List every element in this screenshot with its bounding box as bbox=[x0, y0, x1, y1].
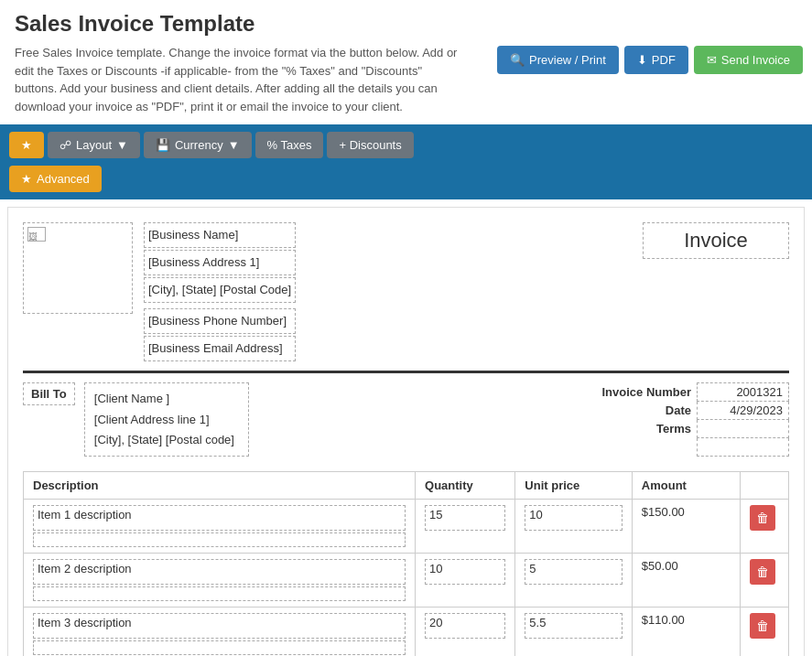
invoice-extra-row bbox=[598, 438, 788, 457]
chevron-down-icon: ▼ bbox=[116, 138, 128, 152]
invoice-area: 🖼 [Business Name] [Business Address 1] [… bbox=[0, 207, 812, 656]
header-description: Description bbox=[24, 472, 416, 500]
item-delete-cell-0: 🗑 bbox=[741, 500, 789, 554]
client-info[interactable]: [Client Name ] [Client Address line 1] [… bbox=[84, 382, 249, 457]
item-amount-0: $150.00 bbox=[632, 500, 740, 554]
invoice-top: 🖼 [Business Name] [Business Address 1] [… bbox=[23, 222, 789, 361]
table-row: Item 2 description 10 5 $50.00 🗑 bbox=[24, 554, 789, 608]
item-quantity-0[interactable]: 15 bbox=[416, 500, 515, 554]
preview-print-button[interactable]: 🔍 Preview / Print bbox=[497, 46, 619, 74]
invoice-divider bbox=[23, 371, 789, 373]
send-invoice-button[interactable]: ✉ Send Invoice bbox=[694, 46, 803, 74]
header-quantity: Quantity bbox=[416, 472, 515, 500]
currency-icon: 💾 bbox=[156, 138, 170, 152]
terms-value[interactable] bbox=[698, 420, 789, 438]
table-row: Item 3 description 20 5.5 $110.00 🗑 bbox=[24, 608, 789, 656]
client-name: [Client Name ] bbox=[94, 389, 239, 409]
business-info: [Business Name] [Business Address 1] [Ci… bbox=[144, 222, 296, 361]
delete-row-button-1[interactable]: 🗑 bbox=[750, 559, 775, 585]
item-description-2[interactable]: Item 3 description bbox=[24, 608, 416, 656]
bill-to-label: Bill To bbox=[23, 382, 75, 405]
delete-row-button-0[interactable]: 🗑 bbox=[750, 505, 775, 531]
item-description-0[interactable]: Item 1 description bbox=[24, 500, 416, 554]
invoice-date-row: Date 4/29/2023 bbox=[598, 402, 788, 420]
table-header-row: Description Quantity Unit price Amount bbox=[24, 472, 789, 500]
item-unit-price-2[interactable]: 5.5 bbox=[515, 608, 633, 656]
email-icon: ✉ bbox=[707, 53, 717, 67]
logo-placeholder: 🖼 bbox=[27, 227, 46, 242]
header-unit-price: Unit price bbox=[515, 472, 633, 500]
client-address1: [Client Address line 1] bbox=[94, 410, 239, 430]
layout-icon: ☍ bbox=[60, 138, 71, 152]
invoice-number-row: Invoice Number 2001321 bbox=[598, 383, 788, 402]
item-quantity-1[interactable]: 10 bbox=[416, 554, 515, 608]
item-unit-price-1[interactable]: 5 bbox=[515, 554, 633, 608]
discounts-button[interactable]: + Discounts bbox=[327, 132, 413, 158]
item-delete-cell-1: 🗑 bbox=[741, 554, 789, 608]
item-description-1[interactable]: Item 2 description bbox=[24, 554, 416, 608]
advanced-button[interactable]: ★ Advanced bbox=[9, 166, 102, 192]
business-phone[interactable]: [Business Phone Number] bbox=[144, 308, 296, 334]
top-action-buttons: 🔍 Preview / Print ⬇ PDF ✉ Send Invoice bbox=[497, 46, 803, 74]
delete-row-button-2[interactable]: 🗑 bbox=[750, 613, 775, 639]
taxes-button[interactable]: % Taxes bbox=[255, 132, 324, 158]
business-left: 🖼 [Business Name] [Business Address 1] [… bbox=[23, 222, 296, 361]
item-amount-2: $110.00 bbox=[632, 608, 740, 656]
search-icon: 🔍 bbox=[510, 53, 525, 67]
invoice-middle: Bill To [Client Name ] [Client Address l… bbox=[23, 382, 789, 457]
business-address1[interactable]: [Business Address 1] bbox=[144, 250, 296, 275]
item-unit-price-0[interactable]: 10 bbox=[515, 500, 633, 554]
header-action bbox=[741, 472, 789, 500]
chevron-down-icon-currency: ▼ bbox=[228, 138, 240, 152]
toolbar: ★ ☍ Layout ▼ 💾 Currency ▼ % Taxes + Disc… bbox=[0, 124, 812, 199]
invoice-details: Invoice Number 2001321 Date 4/29/2023 Te… bbox=[598, 382, 789, 457]
invoice-container: 🖼 [Business Name] [Business Address 1] [… bbox=[7, 207, 805, 656]
page-description: Free Sales Invoice template. Change the … bbox=[15, 44, 463, 115]
business-name[interactable]: [Business Name] bbox=[144, 222, 296, 248]
star-icon: ★ bbox=[21, 172, 32, 186]
invoice-number-value[interactable]: 2001321 bbox=[698, 383, 789, 402]
invoice-terms-row: Terms bbox=[598, 420, 788, 438]
date-label: Date bbox=[598, 402, 697, 420]
currency-button[interactable]: 💾 Currency ▼ bbox=[144, 132, 252, 158]
logo-box[interactable]: 🖼 bbox=[23, 222, 133, 314]
home-button[interactable]: ★ bbox=[9, 132, 44, 158]
business-email[interactable]: [Business Email Address] bbox=[144, 336, 296, 361]
terms-label: Terms bbox=[598, 420, 697, 438]
header-amount: Amount bbox=[632, 472, 740, 500]
invoice-title: Invoice bbox=[684, 229, 748, 252]
item-amount-1: $50.00 bbox=[632, 554, 740, 608]
page-title: Sales Invoice Template bbox=[15, 11, 611, 37]
item-delete-cell-2: 🗑 bbox=[741, 608, 789, 656]
invoice-number-label: Invoice Number bbox=[598, 383, 697, 402]
business-city-state[interactable]: [City], [State] [Postal Code] bbox=[144, 277, 296, 303]
layout-button[interactable]: ☍ Layout ▼ bbox=[48, 132, 140, 158]
home-icon: ★ bbox=[21, 138, 32, 152]
table-row: Item 1 description 15 10 $150.00 🗑 bbox=[24, 500, 789, 554]
items-table: Description Quantity Unit price Amount I… bbox=[23, 471, 789, 656]
item-quantity-2[interactable]: 20 bbox=[416, 608, 515, 656]
invoice-title-box: Invoice bbox=[606, 222, 789, 361]
pdf-button[interactable]: ⬇ PDF bbox=[624, 46, 688, 74]
date-value[interactable]: 4/29/2023 bbox=[698, 402, 789, 420]
client-city-state: [City], [State] [Postal code] bbox=[94, 430, 239, 450]
download-icon: ⬇ bbox=[637, 53, 647, 67]
bill-to-section: Bill To [Client Name ] [Client Address l… bbox=[23, 382, 249, 457]
